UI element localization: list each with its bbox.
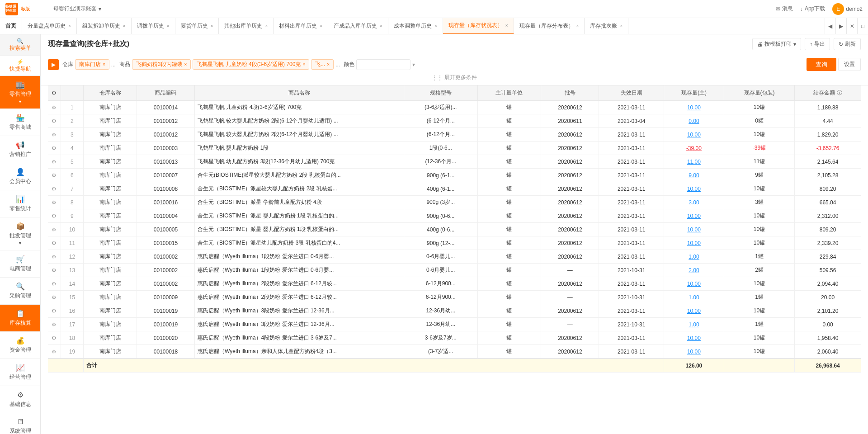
close-icon[interactable]: × xyxy=(265,24,268,28)
query-button[interactable]: 查询 xyxy=(807,58,836,71)
row-settings[interactable]: ⚙ xyxy=(48,318,61,331)
row-settings[interactable]: ⚙ xyxy=(48,345,61,359)
close-icon[interactable]: × xyxy=(68,24,71,28)
row-stock-main[interactable]: 3.00 xyxy=(664,196,724,209)
warehouse-filter-tag[interactable]: 南库门店 × xyxy=(75,59,109,70)
user-area[interactable]: E demo2 xyxy=(832,3,863,15)
warehouse-tag-close-icon[interactable]: × xyxy=(103,62,105,67)
row-stock-main[interactable]: 10.00 xyxy=(664,345,724,359)
sidebar-item-retail-mgmt[interactable]: 🏬 零售管理 ▼ xyxy=(0,76,40,109)
row-settings[interactable]: ⚙ xyxy=(48,196,61,209)
row-stock-main[interactable]: 10.00 xyxy=(664,236,724,250)
close-icon[interactable]: × xyxy=(576,24,579,28)
sidebar-item-system[interactable]: 🖥 系统管理 xyxy=(0,413,40,434)
color-filter-input[interactable] xyxy=(356,59,410,70)
sidebar-item-purchase[interactable]: 🔍 采购管理 xyxy=(0,278,40,305)
sidebar-quick-nav[interactable]: ⚡ 快捷导航 xyxy=(0,56,40,76)
row-stock-main[interactable]: 9.00 xyxy=(664,169,724,182)
row-settings[interactable]: ⚙ xyxy=(48,291,61,304)
tab-home[interactable]: 首页 xyxy=(0,18,22,34)
product-tag-3[interactable]: 飞... × xyxy=(311,59,334,70)
row-stock-main[interactable]: 10.00 xyxy=(664,209,724,223)
close-icon[interactable]: × xyxy=(320,24,322,28)
close-icon[interactable]: × xyxy=(505,23,508,28)
warehouse-more-btn[interactable]: ... xyxy=(111,61,116,68)
row-stock-main[interactable]: 11.00 xyxy=(664,155,724,169)
message-btn[interactable]: ✉ 消息 xyxy=(776,5,793,13)
close-icon[interactable]: × xyxy=(167,24,170,28)
tab-other-out[interactable]: 其他出库单历史 × xyxy=(219,18,274,34)
setting-button[interactable]: 设置 xyxy=(838,58,861,71)
row-settings[interactable]: ⚙ xyxy=(48,155,61,169)
row-settings[interactable]: ⚙ xyxy=(48,128,61,142)
expand-more-btn[interactable]: ⋮⋮ 展开更多条件 xyxy=(48,74,861,81)
sidebar-item-finance[interactable]: 💰 资金管理 xyxy=(0,332,40,359)
sidebar-item-retail-shop[interactable]: 🏪 零售商城 xyxy=(0,109,40,136)
close-icon[interactable]: × xyxy=(123,24,126,28)
row-settings[interactable]: ⚙ xyxy=(48,236,61,250)
product-more-btn[interactable]: ... xyxy=(335,61,340,68)
tab-transfer[interactable]: 调拨单历史 × xyxy=(132,18,175,34)
nav-arrow-right[interactable]: ▶ xyxy=(835,18,846,34)
app-download-btn[interactable]: ↓ App下载 xyxy=(800,5,825,13)
sidebar-search[interactable]: 🔍 搜索英单 xyxy=(0,34,40,56)
close-icon[interactable]: × xyxy=(211,24,213,28)
row-settings[interactable]: ⚙ xyxy=(48,209,61,223)
tab-stock-status[interactable]: 现存量（库存状况表） × xyxy=(443,18,514,34)
close-icon[interactable]: × xyxy=(380,24,382,28)
row-settings[interactable]: ⚙ xyxy=(48,250,61,264)
sidebar-item-basics[interactable]: ⚙ 基础信息 xyxy=(0,386,40,413)
row-stock-main[interactable]: 1.00 xyxy=(664,291,724,304)
row-stock-main[interactable]: 1.00 xyxy=(664,250,724,264)
tab-split-disc[interactable]: 分量盘点单历史 × xyxy=(22,18,77,34)
print-button[interactable]: 🖨 按模板打印 ▾ xyxy=(752,38,801,50)
row-stock-main[interactable]: 10.00 xyxy=(664,304,724,318)
row-stock-main[interactable]: 10.00 xyxy=(664,128,724,142)
tab-product-in[interactable]: 产成品入库单历史 × xyxy=(328,18,388,34)
sidebar-item-wholesale[interactable]: 📦 批发管理 ▼ xyxy=(0,217,40,250)
row-settings[interactable]: ⚙ xyxy=(48,223,61,236)
product-tag-2[interactable]: 飞鹤星飞帆 儿童奶粉 4段(3-6岁适用) 700克 × xyxy=(193,59,309,70)
product-tag-1-close-icon[interactable]: × xyxy=(184,62,187,67)
sidebar-item-marketing[interactable]: 📢 营销推广 xyxy=(0,136,40,163)
nav-close-all-btn[interactable]: ✕ xyxy=(846,18,857,34)
close-icon[interactable]: × xyxy=(620,24,623,28)
row-stock-main[interactable]: 10.00 xyxy=(664,101,724,114)
close-icon[interactable]: × xyxy=(434,24,437,28)
sidebar-item-management[interactable]: 📈 经营管理 xyxy=(0,359,40,386)
product-tag-3-close-icon[interactable]: × xyxy=(327,62,330,67)
row-settings[interactable]: ⚙ xyxy=(48,114,61,128)
tab-cost-adjust[interactable]: 成本调整单历史 × xyxy=(388,18,443,34)
refresh-button[interactable]: ↻ 刷新 xyxy=(834,38,861,50)
product-tag-1[interactable]: 飞鹤奶粉3段丙罐装 × xyxy=(132,59,191,70)
row-settings[interactable]: ⚙ xyxy=(48,142,61,155)
tab-disassembly[interactable]: 组装拆卸单历史 × xyxy=(77,18,132,34)
nav-max-btn[interactable]: □ xyxy=(857,18,868,34)
export-button[interactable]: ↑ 导出 xyxy=(805,38,830,50)
col-settings[interactable]: ⚙ xyxy=(48,85,61,101)
tab-request[interactable]: 要货单历史 × xyxy=(175,18,219,34)
row-stock-main[interactable]: -39.00 xyxy=(664,142,724,155)
product-tag-2-close-icon[interactable]: × xyxy=(302,62,305,67)
tab-batch-voucher[interactable]: 库存批次账 × xyxy=(585,18,628,34)
sidebar-item-inventory[interactable]: 📋 库存核算 xyxy=(0,305,40,332)
row-stock-main[interactable]: 1.00 xyxy=(664,318,724,331)
row-settings[interactable]: ⚙ xyxy=(48,169,61,182)
nav-arrow-left[interactable]: ◀ xyxy=(825,18,835,34)
row-stock-main[interactable]: 10.00 xyxy=(664,331,724,345)
color-arrow-icon[interactable]: ▾ xyxy=(412,61,415,68)
tab-stock-dist[interactable]: 现存量（库存分布表） × xyxy=(514,18,585,34)
sidebar-item-ecommerce[interactable]: 🛒 电商管理 xyxy=(0,250,40,278)
sidebar-item-member-center[interactable]: 👤 会员中心 xyxy=(0,163,40,190)
row-settings[interactable]: ⚙ xyxy=(48,277,61,291)
row-stock-main[interactable]: 10.00 xyxy=(664,182,724,196)
row-stock-main[interactable]: 2.00 xyxy=(664,264,724,277)
row-settings[interactable]: ⚙ xyxy=(48,331,61,345)
sidebar-item-retail-stats[interactable]: 📊 零售统计 xyxy=(0,190,40,217)
row-settings[interactable]: ⚙ xyxy=(48,304,61,318)
row-stock-main[interactable]: 0.00 xyxy=(664,114,724,128)
tab-material-out[interactable]: 材料出库单历史 × xyxy=(274,18,328,34)
row-stock-main[interactable]: 10.00 xyxy=(664,277,724,291)
filter-expand-button[interactable]: ▶ xyxy=(48,59,59,70)
row-settings[interactable]: ⚙ xyxy=(48,101,61,114)
